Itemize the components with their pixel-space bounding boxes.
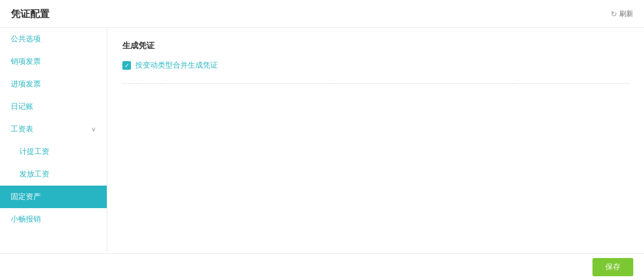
refresh-button[interactable]: ↻ 刷新 <box>611 9 633 19</box>
refresh-icon: ↻ <box>611 10 617 18</box>
sidebar-item-public-options[interactable]: 公共选项 <box>0 28 107 50</box>
sidebar-label: 公共选项 <box>11 34 41 44</box>
sidebar-label: 小畅报销 <box>11 215 41 224</box>
checkmark-icon: ✓ <box>125 63 129 69</box>
sidebar-label: 工资表 <box>11 124 33 134</box>
checkbox-label[interactable]: 按变动类型合并生成凭证 <box>135 61 218 70</box>
sidebar-label: 固定资产 <box>11 192 41 202</box>
section-divider <box>122 83 629 84</box>
sidebar-item-sales-invoice[interactable]: 销项发票 <box>0 50 107 73</box>
sidebar-label: 计提工资 <box>19 147 49 157</box>
page-header: 凭证配置 ↻ 刷新 <box>0 0 644 28</box>
section-title: 生成凭证 <box>122 41 629 51</box>
page-title: 凭证配置 <box>11 8 49 20</box>
save-button[interactable]: 保存 <box>592 258 633 276</box>
sidebar-label: 销项发票 <box>11 57 41 67</box>
refresh-label: 刷新 <box>619 9 633 19</box>
main-layout: 公共选项销项发票进项发票日记账工资表∨计提工资发放工资固定资产小畅报销 生成凭证… <box>0 28 644 253</box>
checkbox-row: ✓ 按变动类型合并生成凭证 <box>122 61 629 70</box>
content-area: 生成凭证 ✓ 按变动类型合并生成凭证 <box>107 28 644 253</box>
sidebar: 公共选项销项发票进项发票日记账工资表∨计提工资发放工资固定资产小畅报销 <box>0 28 107 253</box>
sidebar-item-journal[interactable]: 日记账 <box>0 95 107 118</box>
sidebar-item-fixed-assets[interactable]: 固定资产 <box>0 186 107 208</box>
sidebar-label: 日记账 <box>11 102 33 112</box>
sidebar-item-purchase-invoice[interactable]: 进项发票 <box>0 73 107 95</box>
page-footer: 保存 <box>0 253 644 280</box>
merge-checkbox[interactable]: ✓ <box>122 61 131 70</box>
sidebar-item-payroll-pay[interactable]: 发放工资 <box>0 163 107 186</box>
sidebar-item-petty-expense[interactable]: 小畅报销 <box>0 208 107 231</box>
sidebar-label: 进项发票 <box>11 79 41 89</box>
sidebar-item-payroll-calc[interactable]: 计提工资 <box>0 141 107 163</box>
sidebar-label: 发放工资 <box>19 170 49 179</box>
sidebar-item-payroll-table[interactable]: 工资表∨ <box>0 118 107 141</box>
chevron-down-icon: ∨ <box>91 126 96 133</box>
